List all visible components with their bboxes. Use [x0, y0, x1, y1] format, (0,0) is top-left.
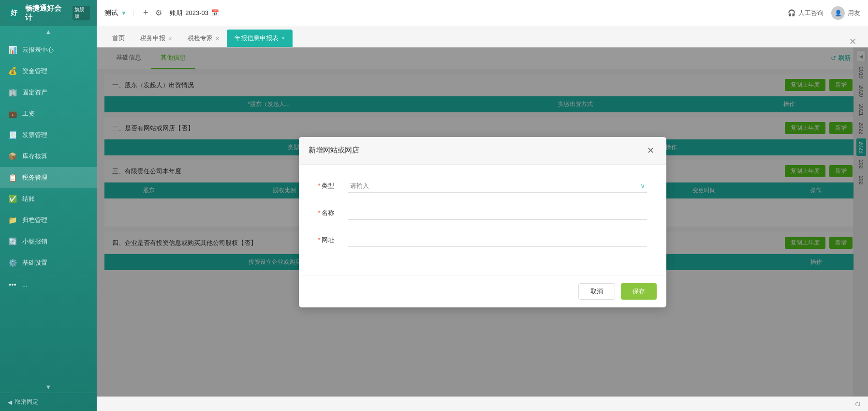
app-badge: 旗舰版: [73, 6, 90, 20]
label-text-name: 名称: [322, 209, 334, 216]
sidebar-item-more[interactable]: ••• ...: [0, 274, 97, 295]
headset-icon: 🎧: [788, 9, 795, 16]
fund-mgmt-icon: 💰: [8, 66, 17, 76]
small-report-icon: 🔄: [8, 237, 17, 246]
save-button[interactable]: 保存: [621, 283, 657, 300]
sidebar-pin-icon: ◀: [8, 399, 12, 406]
type-input-wrap: ∨: [348, 179, 647, 193]
sidebar-item-fund-mgmt[interactable]: 💰 资金管理: [0, 61, 97, 82]
tab-tax-report[interactable]: 税务申报 ×: [132, 30, 180, 47]
cancel-button[interactable]: 取消: [578, 283, 615, 300]
tab-home-label: 首页: [112, 34, 125, 43]
company-selector[interactable]: 测试 ▼: [104, 9, 127, 17]
period-label: 账期: [170, 9, 182, 17]
settings-icon[interactable]: ⚙: [155, 8, 162, 17]
company-name: 测试: [104, 9, 118, 17]
company-dropdown-icon[interactable]: ▼: [121, 10, 127, 16]
dialog-body: *类型 ∨ *名称: [299, 165, 666, 275]
form-label-type: *类型: [318, 182, 342, 190]
sidebar-item-label: 发票管理: [22, 131, 47, 139]
sidebar-items: 📊 云报表中心 💰 资金管理 🏢 固定资产 💼 工资 🧾 发票管理 📦 库存核算…: [0, 37, 97, 381]
sidebar-item-payroll[interactable]: 💼 工资: [0, 103, 97, 124]
period-value: 2023-03: [185, 9, 208, 16]
type-input[interactable]: [348, 179, 647, 193]
sidebar-scroll-down[interactable]: ▼: [0, 381, 97, 393]
content-area: 基础信息 其他信息 ↺ 刷新 一、股东（发起人）出资情况 复制上年度: [97, 47, 868, 396]
sidebar-scroll-up[interactable]: ▲: [0, 26, 97, 37]
sidebar-item-label: 固定资产: [22, 88, 47, 97]
name-input[interactable]: [348, 206, 647, 220]
calendar-icon: 📅: [211, 9, 219, 16]
form-label-url: *网址: [318, 236, 342, 244]
required-mark-url: *: [318, 236, 321, 244]
sidebar-item-label: 资金管理: [22, 67, 47, 76]
add-website-dialog: 新增网站或网店 ✕ *类型 ∨: [299, 137, 666, 307]
sidebar-item-inventory[interactable]: 📦 库存核算: [0, 146, 97, 167]
window-close-button[interactable]: ✕: [845, 36, 860, 47]
tab-tax-report-label: 税务申报: [140, 34, 165, 43]
fixed-assets-icon: 🏢: [8, 88, 17, 97]
tabbar: 首页 税务申报 × 税检专家 × 年报信息申报表 × ✕: [97, 26, 868, 47]
add-company-button[interactable]: +: [140, 7, 151, 19]
sidebar-footer-label: 取消固定: [15, 398, 38, 406]
url-input-wrap: [348, 233, 647, 247]
label-text-type: 类型: [322, 182, 334, 189]
sidebar-item-label: 归档管理: [22, 216, 47, 225]
sidebar-item-cloud-report[interactable]: 📊 云报表中心: [0, 39, 97, 61]
type-dropdown-icon[interactable]: ∨: [640, 182, 645, 190]
tab-tax-inspect[interactable]: 税检专家 ×: [180, 30, 227, 47]
bottom-text: Ci: [855, 401, 860, 407]
tab-annual-report[interactable]: 年报信息申报表 ×: [227, 30, 293, 47]
tax-mgmt-icon: 📋: [8, 173, 17, 183]
topbar-separator: |: [132, 9, 134, 16]
sidebar-item-label: 结账: [22, 195, 35, 203]
user-avatar-icon: 👤: [835, 10, 842, 16]
tab-tax-inspect-close[interactable]: ×: [216, 35, 220, 42]
invoice-mgmt-icon: 🧾: [8, 130, 17, 140]
topbar-right: 🎧 人工咨询 👤 用友: [788, 6, 860, 20]
tab-home[interactable]: 首页: [104, 30, 132, 47]
label-text-url: 网址: [322, 236, 334, 244]
base-settings-icon: ⚙️: [8, 258, 17, 268]
sidebar-footer[interactable]: ◀ 取消固定: [0, 393, 97, 411]
tab-tax-inspect-label: 税检专家: [188, 34, 213, 43]
tab-annual-report-close[interactable]: ×: [281, 35, 285, 42]
sidebar-item-label: 工资: [22, 109, 35, 118]
sidebar-item-invoice-mgmt[interactable]: 🧾 发票管理: [0, 124, 97, 146]
cloud-report-icon: 📊: [8, 45, 17, 55]
user-menu[interactable]: 👤 用友: [831, 6, 860, 20]
logo-icon: 好: [7, 5, 21, 21]
service-label: 人工咨询: [798, 9, 824, 17]
dialog-close-button[interactable]: ✕: [645, 145, 657, 156]
sidebar-item-tax-mgmt[interactable]: 📋 税务管理: [0, 167, 97, 188]
inventory-icon: 📦: [8, 152, 17, 161]
period-selector[interactable]: 账期 2023-03 📅: [170, 9, 219, 17]
url-input[interactable]: [348, 233, 647, 247]
sidebar-item-base-settings[interactable]: ⚙️ 基础设置: [0, 252, 97, 274]
sidebar-item-label: ...: [22, 281, 28, 288]
sidebar-item-label: 云报表中心: [22, 46, 54, 54]
user-name: 用友: [848, 9, 860, 17]
form-row-type: *类型 ∨: [318, 179, 647, 193]
sidebar-item-fixed-assets[interactable]: 🏢 固定资产: [0, 82, 97, 103]
sidebar-item-label: 税务管理: [22, 173, 47, 182]
archive-mgmt-icon: 📁: [8, 215, 17, 225]
topbar: 测试 ▼ | + ⚙ 账期 2023-03 📅 🎧 人工咨询 👤 用友: [97, 0, 868, 26]
required-mark-name: *: [318, 209, 321, 216]
modal-overlay[interactable]: 新增网站或网店 ✕ *类型 ∨: [97, 47, 868, 396]
dialog-title: 新增网站或网店: [309, 146, 359, 155]
service-button[interactable]: 🎧 人工咨询: [788, 9, 824, 17]
form-row-name: *名称: [318, 206, 647, 220]
name-input-wrap: [348, 206, 647, 220]
sidebar: 好 畅捷通好会计 旗舰版 ▲ 📊 云报表中心 💰 资金管理 🏢 固定资产 💼 工…: [0, 0, 97, 411]
form-label-name: *名称: [318, 209, 342, 217]
sidebar-item-archive-mgmt[interactable]: 📁 归档管理: [0, 210, 97, 231]
dialog-footer: 取消 保存: [299, 275, 666, 307]
tab-annual-report-label: 年报信息申报表: [235, 34, 279, 43]
payroll-icon: 💼: [8, 109, 17, 119]
dialog-header: 新增网站或网店 ✕: [299, 137, 666, 165]
sidebar-item-small-report[interactable]: 🔄 小畅报销: [0, 231, 97, 252]
main-area: 测试 ▼ | + ⚙ 账期 2023-03 📅 🎧 人工咨询 👤 用友: [97, 0, 868, 411]
tab-tax-report-close[interactable]: ×: [168, 35, 172, 42]
sidebar-item-settlement[interactable]: ✅ 结账: [0, 188, 97, 210]
